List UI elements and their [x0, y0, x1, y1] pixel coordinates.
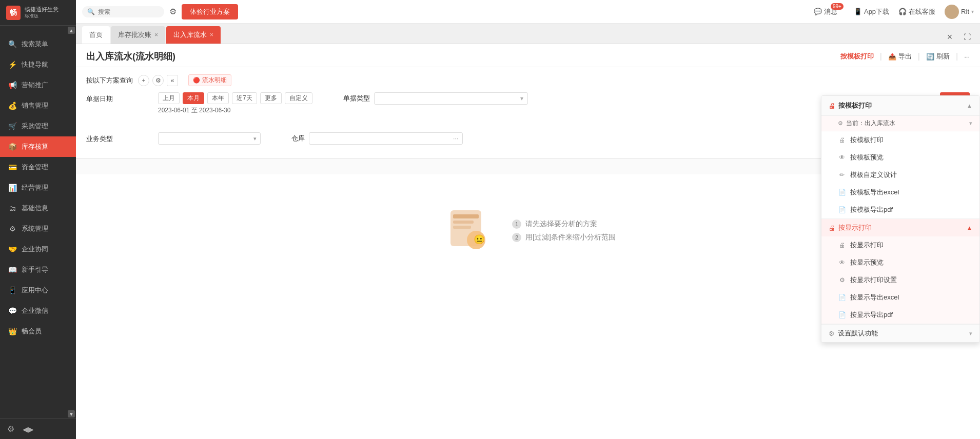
inout-tab-close[interactable]: × — [210, 31, 213, 38]
purchase-nav-label: 采购管理 — [22, 122, 48, 131]
refresh-btn[interactable]: 🔄 刷新 — [926, 52, 950, 61]
app-download-item[interactable]: 📱 App下载 — [854, 7, 889, 16]
print-settings-display-item[interactable]: ⚙ 按显示打印设置 — [821, 271, 979, 289]
print-display-item[interactable]: 🖨 按显示打印 — [821, 236, 979, 254]
date-btn-last-month[interactable]: 上月 — [158, 92, 180, 104]
sidebar-item-purchase[interactable]: 🛒采购管理 — [0, 116, 76, 136]
sidebar-item-appcenter[interactable]: 📱应用中心 — [0, 280, 76, 301]
marketing-nav-icon: 📢 — [7, 80, 17, 90]
export-excel-display-icon: 📄 — [838, 293, 846, 302]
sidebar-item-marketing[interactable]: 📢营销推广 — [0, 75, 76, 95]
biz-type-select[interactable] — [158, 132, 261, 145]
collapse-icon[interactable]: ◀▶ — [23, 425, 34, 433]
sidebar-item-shortcut[interactable]: ⚡快捷导航 — [0, 54, 76, 75]
inventory-nav-label: 库存核算 — [22, 142, 48, 151]
dropdown-footer[interactable]: ⚙ 设置默认功能 ▾ — [821, 324, 979, 342]
date-label-wrap: 单据日期 — [86, 92, 148, 104]
window-maximize-btn[interactable]: ⛶ — [961, 30, 974, 44]
empty-step-1: 1 请先选择要分析的方案 — [512, 220, 616, 229]
date-btn-custom[interactable]: 自定义 — [285, 92, 312, 104]
preview-template-item[interactable]: 👁 按模板预览 — [821, 149, 979, 166]
filter-label-area: 按以下方案查询 + ⚙ « — [86, 75, 178, 86]
add-filter-btn[interactable]: + — [138, 75, 149, 86]
date-filter-label: 单据日期 — [86, 94, 113, 104]
display-section-header[interactable]: 🖨 按显示打印 ▲ — [821, 219, 979, 236]
active-filter-tag[interactable]: 🔴 流水明细 — [188, 74, 231, 86]
tab-batch[interactable]: 库存批次账 × — [111, 26, 165, 44]
date-btn-more[interactable]: 更多 — [260, 92, 282, 104]
sidebar-item-vip[interactable]: 👑畅会员 — [0, 321, 76, 342]
sidebar-item-operations[interactable]: 📊经营管理 — [0, 177, 76, 198]
window-close-btn[interactable]: × — [943, 30, 956, 44]
date-btn-7days[interactable]: 近7天 — [232, 92, 257, 104]
date-options-area: 上月 本月 本年 近7天 更多 自定义 2023-06-01 至 2023-06… — [158, 92, 312, 115]
customer-service-item[interactable]: 🎧 在线客服 — [898, 7, 935, 16]
search-icon: 🔍 — [87, 8, 95, 15]
export-pdf-template-item[interactable]: 📄 按模板导出pdf — [821, 201, 979, 218]
date-btn-this-month[interactable]: 本月 — [183, 92, 204, 104]
logo-badge: 标准版 — [25, 13, 58, 19]
divider2: | — [918, 52, 920, 61]
tab-inout[interactable]: 出入库流水 × — [166, 26, 221, 44]
finance-nav-label: 资金管理 — [22, 163, 48, 172]
sidebar-item-inventory[interactable]: 📦库存核算 — [0, 136, 76, 157]
sidebar-item-sales[interactable]: 💰销售管理 — [0, 95, 76, 116]
sidebar-item-finance[interactable]: 💳资金管理 — [0, 157, 76, 177]
doc-type-input[interactable] — [379, 95, 520, 102]
gear-icon[interactable]: ⚙ — [169, 7, 177, 16]
export-btn[interactable]: 📤 导出 — [888, 52, 912, 61]
date-range-display: 2023-06-01 至 2023-06-30 — [158, 106, 312, 115]
avatar — [945, 5, 959, 19]
print-template-btn[interactable]: 按模板打印 — [840, 52, 874, 61]
svg-rect-1 — [453, 214, 479, 218]
print-template-item[interactable]: 🖨 按模板打印 — [821, 131, 979, 149]
biz-type-label: 业务类型 — [86, 135, 113, 143]
more-btn[interactable]: ··· — [964, 53, 970, 61]
preview-template-label: 按模板预览 — [850, 153, 884, 162]
print-display-icon: 🖨 — [838, 241, 846, 249]
filter-scheme-label: 按以下方案查询 — [86, 76, 133, 85]
finance-nav-icon: 💳 — [7, 162, 17, 172]
custom-template-item[interactable]: ✏ 模板自定义设计 — [821, 166, 979, 184]
date-btn-this-year[interactable]: 本年 — [207, 92, 229, 104]
guide-nav-label: 新手引导 — [22, 265, 48, 274]
sidebar-scroll-up[interactable]: ▲ — [68, 27, 75, 34]
sidebar-item-enterprise[interactable]: 🤝企业协同 — [0, 239, 76, 260]
svg-rect-2 — [453, 221, 474, 224]
search-input[interactable] — [98, 8, 149, 15]
batch-tab-close[interactable]: × — [154, 31, 158, 38]
sidebar-item-system[interactable]: ⚙系统管理 — [0, 218, 76, 239]
sidebar-item-search[interactable]: 🔍搜索菜单 — [0, 34, 76, 54]
page-content: 出入库流水(流水明细) 按模板打印 | 📤 导出 | 🔄 刷新 | ··· — [76, 44, 980, 439]
tab-home[interactable]: 首页 — [82, 26, 110, 44]
user-name: Rit — [961, 8, 969, 15]
export-excel-display-label: 按显示导出excel — [850, 293, 899, 302]
sidebar-item-wechat[interactable]: 💬企业微信 — [0, 301, 76, 321]
warehouse-label: 仓库 — [291, 134, 305, 143]
sidebar-item-guide[interactable]: 📖新手引导 — [0, 260, 76, 280]
settings-icon[interactable]: ⚙ — [7, 424, 14, 434]
message-item[interactable]: 💬 消息 99+ — [814, 7, 837, 16]
warehouse-select-wrap[interactable]: ··· — [309, 132, 463, 145]
export-pdf-display-item[interactable]: 📄 按显示导出pdf — [821, 306, 979, 324]
current-label-area: ⚙ 当前：出入库流水 — [838, 119, 895, 128]
export-excel-template-item[interactable]: 📄 按模板导出excel — [821, 184, 979, 201]
settings-filter-btn[interactable]: ⚙ — [152, 75, 164, 86]
industry-btn[interactable]: 体验行业方案 — [182, 4, 238, 19]
display-section-chevron: ▲ — [967, 225, 972, 231]
dropdown-chevron-up[interactable]: ▲ — [967, 103, 972, 109]
export-excel-display-item[interactable]: 📄 按显示导出excel — [821, 289, 979, 306]
sidebar: 畅 畅捷通好生意 标准版 ▲ 🔍搜索菜单⚡快捷导航📢营销推广💰销售管理🛒采购管理… — [0, 0, 76, 439]
sidebar-scroll-down[interactable]: ▼ — [68, 410, 75, 417]
step-2-text: 用[过滤]条件来缩小分析范围 — [525, 233, 616, 242]
preview-display-item[interactable]: 👁 按显示预览 — [821, 254, 979, 271]
expand-filter-btn[interactable]: « — [167, 75, 178, 86]
search-nav-icon: 🔍 — [7, 39, 17, 49]
warehouse-input[interactable] — [313, 135, 453, 142]
user-avatar-item[interactable]: Rit ▾ — [945, 5, 974, 19]
doc-type-select-wrap[interactable]: ▾ — [374, 92, 528, 105]
filter-row-1: 按以下方案查询 + ⚙ « 🔴 流水明细 — [86, 74, 970, 86]
step-1-text: 请先选择要分析的方案 — [525, 220, 597, 229]
biz-type-select-wrap[interactable] — [158, 132, 261, 145]
sidebar-item-basic[interactable]: 🗂基础信息 — [0, 198, 76, 218]
